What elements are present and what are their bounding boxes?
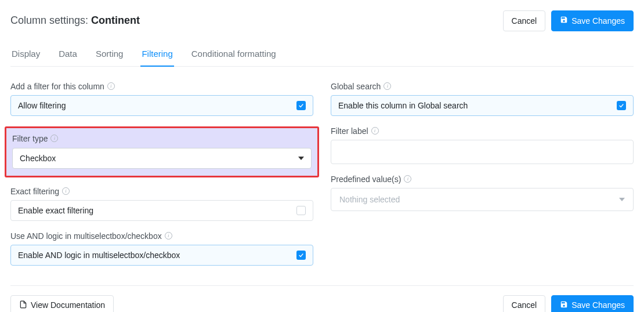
tab-sorting[interactable]: Sorting [95, 44, 125, 67]
field-add-filter: Add a filter for this column i Allow fil… [10, 82, 313, 116]
cancel-label: Cancel [512, 16, 537, 26]
info-icon[interactable]: i [383, 82, 391, 90]
info-icon[interactable]: i [62, 187, 70, 195]
page-title: Column settings: Continent [10, 14, 140, 27]
view-doc-label: View Documentation [31, 300, 105, 310]
label-global-search: Global search i [331, 82, 634, 91]
save-button[interactable]: Save Changes [551, 10, 634, 31]
checkbox-unchecked-icon [296, 206, 306, 215]
save-label: Save Changes [571, 16, 625, 26]
and-logic-label: Enable AND logic in multiselectbox/check… [18, 251, 180, 260]
checkbox-checked-icon [296, 101, 306, 110]
allow-filtering-toggle[interactable]: Allow filtering [10, 95, 313, 116]
save-icon [560, 16, 568, 26]
chevron-down-icon [298, 157, 304, 160]
checkbox-checked-icon [617, 101, 626, 110]
right-column: Global search i Enable this column in Gl… [331, 82, 634, 269]
label-filter-type: Filter type i [12, 134, 312, 143]
exact-filtering-toggle[interactable]: Enable exact filtering [10, 200, 313, 221]
footer: View Documentation Cancel Save Changes [10, 286, 634, 312]
global-search-label: Enable this column in Global search [338, 101, 468, 110]
title-prefix: Column settings: [10, 14, 91, 26]
save-icon [560, 300, 568, 311]
info-icon[interactable]: i [107, 82, 115, 90]
save-label: Save Changes [571, 300, 625, 310]
title-subject: Continent [91, 14, 140, 26]
tabs: Display Data Sorting Filtering Condition… [10, 41, 634, 67]
left-column: Add a filter for this column i Allow fil… [10, 82, 313, 269]
field-predefined: Predefined value(s) i Nothing selected [331, 175, 634, 211]
exact-filtering-label: Enable exact filtering [18, 206, 93, 215]
info-icon[interactable]: i [165, 232, 172, 240]
field-filter-label: Filter label i [331, 126, 634, 164]
view-documentation-button[interactable]: View Documentation [10, 295, 114, 312]
content: Add a filter for this column i Allow fil… [10, 67, 634, 282]
info-icon[interactable]: i [371, 127, 379, 135]
checkbox-checked-icon [296, 251, 306, 260]
field-and-logic: Use AND logic in multiselectbox/checkbox… [10, 231, 313, 266]
allow-filtering-label: Allow filtering [18, 101, 66, 110]
and-logic-toggle[interactable]: Enable AND logic in multiselectbox/check… [10, 245, 313, 266]
header-actions: Cancel Save Changes [503, 10, 634, 31]
field-global-search: Global search i Enable this column in Gl… [331, 82, 634, 116]
predefined-select[interactable]: Nothing selected [331, 188, 634, 211]
label-filter-label: Filter label i [331, 126, 634, 136]
header: Column settings: Continent Cancel Save C… [10, 6, 634, 41]
global-search-toggle[interactable]: Enable this column in Global search [331, 95, 634, 116]
cancel-button-footer[interactable]: Cancel [503, 295, 546, 312]
filter-label-input[interactable] [331, 140, 634, 164]
predefined-placeholder: Nothing selected [339, 195, 400, 204]
label-and-logic: Use AND logic in multiselectbox/checkbox… [10, 231, 313, 241]
save-button-footer[interactable]: Save Changes [551, 295, 634, 312]
filter-type-value: Checkbox [20, 154, 56, 163]
cancel-label: Cancel [512, 300, 537, 310]
label-exact-filtering: Exact filtering i [10, 187, 313, 196]
label-predefined: Predefined value(s) i [331, 175, 634, 184]
tab-data[interactable]: Data [57, 44, 78, 67]
tab-filtering[interactable]: Filtering [140, 44, 173, 67]
info-icon[interactable]: i [50, 135, 58, 142]
document-icon [19, 300, 27, 311]
tab-conditional[interactable]: Conditional formatting [190, 44, 277, 67]
filter-type-select[interactable]: Checkbox [12, 148, 312, 169]
field-exact-filtering: Exact filtering i Enable exact filtering [10, 187, 313, 221]
label-add-filter: Add a filter for this column i [10, 82, 313, 91]
cancel-button[interactable]: Cancel [503, 10, 546, 31]
footer-actions: Cancel Save Changes [503, 295, 634, 312]
chevron-down-icon [619, 198, 625, 201]
info-icon[interactable]: i [404, 175, 411, 183]
tab-display[interactable]: Display [10, 44, 41, 67]
field-filter-type-highlight: Filter type i Checkbox [5, 126, 319, 177]
